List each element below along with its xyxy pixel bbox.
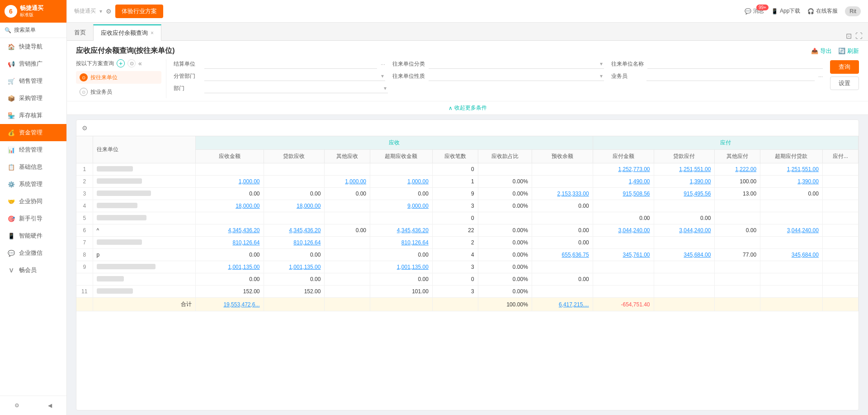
tab-home[interactable]: 首页 <box>67 24 93 40</box>
tab-close-icon[interactable]: × <box>151 30 154 36</box>
table-cell[interactable]: 345,684.00 <box>760 249 823 261</box>
table-cell[interactable]: 1,000.00 <box>196 176 264 188</box>
sidebar-item-ops[interactable]: 📊 经营管理 <box>0 141 66 158</box>
table-cell[interactable]: 2,153,333.00 <box>532 188 593 200</box>
topbar-gear-icon[interactable]: ⚙ <box>106 8 112 15</box>
settlement-unit-input[interactable] <box>204 59 377 69</box>
table-cell[interactable]: 4,345,436.20 <box>370 224 433 237</box>
salesman-dots[interactable]: ··· <box>818 73 823 80</box>
table-cell[interactable]: 3,044,240.00 <box>654 224 715 237</box>
table-cell[interactable]: 1,001,135.00 <box>196 261 264 273</box>
table-cell[interactable]: 3,044,240.00 <box>593 224 654 237</box>
sidebar-item-basic[interactable]: 📋 基础信息 <box>0 158 66 176</box>
cell-link[interactable]: 1,251,551.00 <box>679 166 711 172</box>
table-cell[interactable]: 4,345,436.20 <box>264 224 325 237</box>
table-cell[interactable]: 9,000.00 <box>370 200 433 212</box>
sidebar-item-inventory[interactable]: 🏪 库存核算 <box>0 107 66 124</box>
cell-link[interactable]: 810,126.64 <box>293 239 321 246</box>
salesman-input[interactable] <box>646 72 815 81</box>
table-cell[interactable]: 1,001,135.00 <box>370 261 433 273</box>
sidebar-item-wechat[interactable]: 💬 企业微信 <box>0 244 66 262</box>
cell-link[interactable]: 345,761.00 <box>623 252 650 258</box>
sidebar-item-sales[interactable]: 🛒 销售管理 <box>0 72 66 90</box>
maximize-icon[interactable]: ⛶ <box>855 32 863 40</box>
total-link[interactable]: 19,553,472,6... <box>223 301 259 308</box>
window-icon[interactable]: ⊡ <box>846 32 852 40</box>
table-cell[interactable]: 915,495.56 <box>654 188 715 200</box>
dept-dropdown[interactable]: ▾ <box>204 72 385 81</box>
table-cell[interactable]: 810,126.64 <box>196 237 264 249</box>
sidebar-item-guide[interactable]: 🎯 新手引导 <box>0 210 66 227</box>
cell-link[interactable]: 4,345,436.20 <box>289 227 321 234</box>
cell-link[interactable]: 1,001,135.00 <box>289 264 321 270</box>
sidebar-collapse-btn[interactable]: ◀ <box>44 400 56 411</box>
table-cell[interactable]: 1,222.00 <box>715 163 760 176</box>
cell-link[interactable]: 1,252,773.00 <box>618 166 650 172</box>
export-button[interactable]: 📤 导出 <box>811 47 832 55</box>
partner-category-dropdown[interactable]: ▾ <box>429 59 604 69</box>
cell-link[interactable]: 1,001,135.00 <box>397 264 429 270</box>
filter-scheme-btn[interactable]: ⊙ <box>127 59 136 67</box>
cell-link[interactable]: 1,000.00 <box>345 178 366 185</box>
table-cell[interactable]: 1,390.00 <box>760 176 823 188</box>
sidebar-item-system[interactable]: ⚙️ 系统管理 <box>0 176 66 193</box>
cell-link[interactable]: 1,251,551.00 <box>787 166 819 172</box>
cell-link[interactable]: 1,000.00 <box>239 178 260 185</box>
cell-link[interactable]: 4,345,436.20 <box>397 227 429 234</box>
query-button[interactable]: 查询 <box>830 60 859 74</box>
cell-link[interactable]: 810,126.64 <box>401 239 429 246</box>
table-cell[interactable]: 1,252,773.00 <box>593 163 654 176</box>
sidebar-item-finance[interactable]: 💰 资金管理 <box>0 124 66 141</box>
filter-back-btn[interactable]: « <box>138 60 142 67</box>
cell-link[interactable]: 1,222.00 <box>735 166 756 172</box>
table-cell[interactable]: 345,684.00 <box>654 249 715 261</box>
partner-nature-dropdown[interactable]: ▾ <box>429 72 604 81</box>
topbar-app[interactable]: 📱 App下载 <box>771 7 800 15</box>
partner-name-input[interactable] <box>647 59 823 69</box>
cell-link[interactable]: 2,153,333.00 <box>557 191 589 197</box>
cell-link[interactable]: 3,044,240.00 <box>618 227 650 234</box>
settlement-unit-dots[interactable]: ··· <box>381 61 385 67</box>
cell-link[interactable]: 1,001,135.00 <box>228 264 259 270</box>
cell-link[interactable]: 1,390.00 <box>797 178 819 185</box>
table-cell[interactable]: 655,636.75 <box>532 249 593 261</box>
filter-option-partner[interactable]: ⊙ 按往来单位 <box>76 71 161 84</box>
cell-link[interactable]: 18,000.00 <box>236 203 259 209</box>
cell-link[interactable]: 1,490.00 <box>629 178 650 185</box>
topbar-dropdown-arrow[interactable]: ▾ <box>99 8 102 14</box>
table-cell[interactable]: 810,126.64 <box>264 237 325 249</box>
topbar-service[interactable]: 🎧 在线客服 <box>807 7 838 15</box>
topbar-user[interactable]: Rit <box>845 6 861 16</box>
table-cell[interactable]: 1,001,135.00 <box>264 261 325 273</box>
table-cell[interactable]: 1,490.00 <box>593 176 654 188</box>
solution-button[interactable]: 体验行业方案 <box>115 5 163 18</box>
cell-link[interactable]: 9,000.00 <box>407 203 429 209</box>
sidebar-item-smart[interactable]: 📱 智能硬件 <box>0 227 66 244</box>
cell-link[interactable]: 810,126.64 <box>232 239 259 246</box>
sidebar-item-marketing[interactable]: 📢 营销推广 <box>0 55 66 72</box>
cell-link[interactable]: 345,684.00 <box>684 252 711 258</box>
cell-link[interactable]: 3,044,240.00 <box>679 227 711 234</box>
table-cell[interactable]: 810,126.64 <box>370 237 433 249</box>
table-cell[interactable]: 1,000.00 <box>370 176 433 188</box>
cell-link[interactable]: 1,390.00 <box>690 178 711 185</box>
cell-link[interactable]: 1,000.00 <box>407 178 429 185</box>
cell-link[interactable]: 4,345,436.20 <box>228 227 259 234</box>
cell-link[interactable]: 3,044,240.00 <box>787 227 819 234</box>
sidebar-item-purchase[interactable]: 📦 采购管理 <box>0 90 66 107</box>
cell-link[interactable]: 915,508.56 <box>623 191 650 197</box>
filter-collapse-btn[interactable]: ∧ 收起更多条件 <box>67 101 868 114</box>
set-button[interactable]: 设置 <box>830 76 859 90</box>
cell-link[interactable]: 915,495.56 <box>684 191 711 197</box>
sidebar-item-member[interactable]: V 畅会员 <box>0 262 66 279</box>
sidebar-settings-btn[interactable]: ⚙ <box>11 400 23 411</box>
table-cell[interactable]: 1,000.00 <box>325 176 370 188</box>
cell-link[interactable]: 655,636.75 <box>562 252 589 258</box>
cell-link[interactable]: 18,000.00 <box>297 203 321 209</box>
sidebar-search[interactable]: 🔍 搜索菜单 <box>0 23 66 38</box>
table-settings-icon[interactable]: ⚙ <box>82 124 88 132</box>
table-cell[interactable]: 345,761.00 <box>593 249 654 261</box>
sidebar-item-collab[interactable]: 🤝 企业协同 <box>0 193 66 210</box>
tab-ar-query[interactable]: 应收应付余额查询 × <box>93 24 161 41</box>
table-cell[interactable]: 3,044,240.00 <box>760 224 823 237</box>
